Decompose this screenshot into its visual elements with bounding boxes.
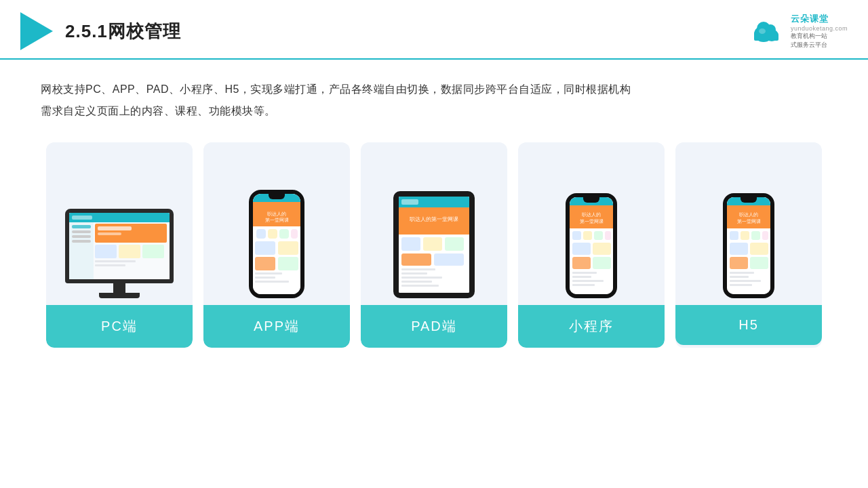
page-header: 2.5.1网校管理 云朵课堂 yunduoketang.com 教育机构一站式服…: [0, 0, 868, 60]
monitor-base: [99, 293, 140, 298]
svg-rect-68: [572, 276, 591, 278]
svg-rect-29: [268, 229, 277, 239]
svg-point-6: [759, 28, 766, 34]
svg-rect-83: [750, 257, 768, 269]
svg-rect-37: [255, 277, 275, 279]
main-content: 网校支持PC、APP、PAD、小程序、H5，实现多端打通，产品各终端自由切换，数…: [0, 60, 868, 361]
svg-rect-49: [401, 268, 435, 270]
phone-notch: [269, 194, 285, 199]
miniapp-image-area: 职达人的 第一堂网课: [518, 156, 665, 305]
svg-rect-79: [762, 231, 768, 240]
svg-rect-53: [401, 285, 439, 287]
brand-name: 云朵课堂: [791, 13, 829, 25]
h5-image-area: 职达人的 第一堂网课: [675, 156, 822, 305]
svg-rect-16: [98, 226, 132, 230]
svg-rect-32: [255, 241, 275, 255]
svg-rect-47: [401, 253, 431, 266]
svg-rect-82: [730, 257, 748, 269]
play-icon: [20, 12, 53, 50]
svg-text:职达人的: 职达人的: [582, 212, 601, 218]
svg-rect-87: [730, 284, 752, 286]
phone-notch-3: [741, 197, 757, 203]
miniapp-phone-frame: 职达人的 第一堂网课: [566, 193, 617, 298]
tablet-frame: 职达人的第一堂网课: [393, 191, 475, 298]
svg-rect-46: [445, 237, 464, 251]
svg-rect-78: [751, 231, 760, 240]
h5-phone-frame: 职达人的 第一堂网课: [723, 193, 774, 298]
svg-rect-9: [72, 216, 92, 220]
svg-rect-67: [572, 272, 597, 274]
svg-rect-73: [727, 205, 770, 228]
svg-rect-64: [593, 243, 611, 255]
svg-rect-81: [750, 243, 768, 255]
description-text: 网校支持PC、APP、PAD、小程序、H5，实现多端打通，产品各终端自由切换，数…: [41, 79, 827, 122]
pad-card: 职达人的第一堂网课 P: [361, 142, 507, 348]
svg-rect-65: [572, 257, 591, 269]
phone-notch-2: [583, 197, 599, 203]
device-cards-row: PC端 职达人的 第一堂网课: [41, 142, 827, 348]
svg-text:第一堂网课: 第一堂网课: [265, 218, 289, 222]
svg-rect-44: [401, 237, 420, 251]
svg-rect-48: [434, 253, 464, 266]
monitor-frame: [65, 209, 174, 283]
svg-rect-11: [72, 225, 91, 228]
app-phone-frame: 职达人的 第一堂网课: [249, 190, 304, 298]
svg-rect-59: [572, 231, 581, 240]
svg-rect-38: [255, 281, 289, 283]
svg-text:职达人的第一堂网课: 职达人的第一堂网课: [410, 216, 458, 222]
svg-rect-41: [401, 199, 418, 205]
pc-image-area: [46, 156, 193, 305]
pc-card: PC端: [46, 142, 193, 348]
svg-point-4: [765, 24, 776, 35]
svg-rect-28: [256, 229, 266, 239]
app-image-area: 职达人的 第一堂网课: [203, 156, 350, 305]
svg-rect-51: [401, 277, 442, 279]
app-label: APP端: [203, 305, 350, 348]
svg-rect-66: [593, 257, 611, 269]
svg-rect-69: [572, 280, 604, 282]
svg-text:职达人的: 职达人的: [267, 211, 286, 217]
svg-text:第一堂网课: 第一堂网课: [737, 219, 761, 224]
page-title: 2.5.1网校管理: [65, 20, 181, 43]
svg-rect-84: [730, 272, 754, 274]
svg-rect-5: [754, 34, 778, 41]
svg-rect-60: [583, 231, 592, 240]
svg-rect-80: [730, 243, 748, 255]
svg-rect-14: [72, 240, 91, 243]
pad-label: PAD端: [361, 305, 507, 348]
h5-card: 职达人的 第一堂网课: [675, 142, 822, 348]
pad-image-area: 职达人的第一堂网课: [361, 156, 507, 305]
svg-rect-18: [95, 245, 117, 258]
svg-rect-30: [279, 229, 289, 239]
brand-logo: 云朵课堂 yunduoketang.com 教育机构一站式服务云平台: [749, 13, 848, 49]
svg-rect-76: [730, 231, 738, 240]
svg-rect-45: [423, 237, 442, 251]
miniapp-card: 职达人的 第一堂网课: [518, 142, 665, 348]
svg-rect-12: [72, 230, 91, 233]
svg-rect-19: [119, 245, 140, 258]
svg-rect-35: [278, 257, 298, 270]
svg-rect-22: [95, 264, 125, 266]
brand-slogan: 教育机构一站式服务云平台: [791, 32, 827, 49]
pc-monitor: [65, 209, 174, 298]
svg-rect-21: [95, 260, 136, 262]
pc-label: PC端: [46, 305, 193, 348]
cloud-icon: [749, 19, 787, 43]
svg-text:职达人的: 职达人的: [739, 212, 758, 218]
brand-text: 云朵课堂 yunduoketang.com 教育机构一站式服务云平台: [791, 13, 848, 49]
svg-rect-20: [142, 245, 164, 258]
svg-rect-61: [594, 231, 603, 240]
svg-rect-36: [255, 272, 282, 274]
svg-text:第一堂网课: 第一堂网课: [580, 219, 604, 224]
svg-rect-56: [570, 205, 613, 228]
h5-label: H5: [675, 305, 822, 345]
svg-rect-50: [401, 272, 427, 274]
svg-rect-33: [278, 241, 298, 255]
svg-rect-62: [605, 231, 611, 240]
svg-rect-77: [741, 231, 749, 240]
monitor-neck: [113, 283, 125, 293]
svg-rect-17: [98, 232, 121, 235]
svg-rect-13: [72, 235, 91, 238]
header-left: 2.5.1网校管理: [20, 12, 181, 50]
brand-url: yunduoketang.com: [791, 25, 848, 32]
